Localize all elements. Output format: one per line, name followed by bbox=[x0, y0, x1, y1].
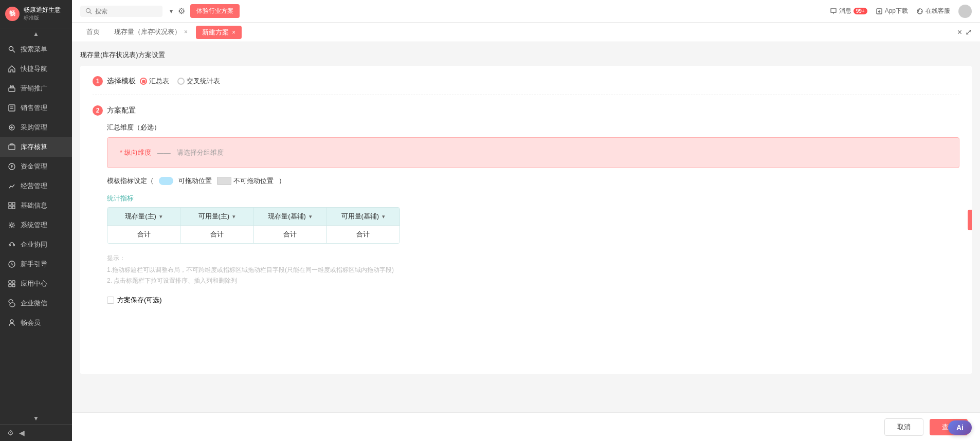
topbar: ▾ ⚙ 体验行业方案 消息 99+ App下载 在线客服 bbox=[72, 0, 980, 23]
panel-expand-btn[interactable]: ⤢ bbox=[965, 27, 972, 37]
logo-icon: 畅 bbox=[5, 7, 20, 21]
sidebar-settings-btn[interactable]: ⚙ bbox=[7, 429, 14, 437]
sidebar-item-operations[interactable]: 经营管理 bbox=[0, 176, 72, 196]
topbar-settings-btn[interactable]: ⚙ bbox=[178, 6, 185, 16]
sidebar-item-inventory[interactable]: 库存核算 bbox=[0, 137, 72, 157]
sidebar-scroll-down[interactable]: ▼ bbox=[0, 413, 72, 424]
save-checkbox[interactable] bbox=[107, 297, 114, 304]
sales-icon bbox=[7, 103, 16, 113]
svg-point-28 bbox=[921, 11, 922, 12]
svg-rect-11 bbox=[12, 203, 15, 205]
movable-label: 可拖动位置 bbox=[178, 176, 212, 186]
sidebar-item-marketing[interactable]: 营销推广 bbox=[0, 79, 72, 98]
sidebar-item-finance[interactable]: 资金管理 bbox=[0, 157, 72, 176]
online-service-label: 在线客服 bbox=[925, 7, 950, 15]
tips-item-1: 2. 点击标题栏下拉可设置排序、插入列和删除列 bbox=[107, 277, 959, 285]
stats-col-1-arrow[interactable]: ▾ bbox=[232, 213, 235, 220]
tab-new-plan-close[interactable]: × bbox=[232, 29, 235, 36]
sidebar-item-newbie-label: 新手引导 bbox=[21, 260, 47, 269]
sidebar-item-newbie[interactable]: 新手引导 bbox=[0, 254, 72, 274]
indicator-text-prefix: 模板指标设定（ bbox=[107, 176, 154, 186]
online-service-btn[interactable]: 在线客服 bbox=[916, 7, 950, 15]
tips-item-0: 1.拖动标题栏可以调整布局，不可跨维度或指标区域拖动栏目字段(只能在同一维度或指… bbox=[107, 266, 959, 274]
radio-cross-circle bbox=[177, 78, 185, 85]
radio-cross[interactable]: 交叉统计表 bbox=[177, 77, 220, 86]
ai-badge[interactable]: Ai bbox=[948, 420, 972, 435]
svg-point-15 bbox=[9, 244, 11, 246]
stats-table: 现存量(主) ▾ 可用量(主) ▾ 现存量(基辅) ▾ bbox=[107, 207, 400, 244]
svg-point-22 bbox=[10, 320, 13, 323]
tab-new-plan-label: 新建方案 bbox=[202, 28, 229, 37]
sidebar-item-basic[interactable]: 基础信息 bbox=[0, 196, 72, 215]
stats-row-0: 合计 合计 合计 合计 bbox=[107, 225, 400, 243]
sidebar-item-member[interactable]: 畅会员 bbox=[0, 313, 72, 333]
message-btn[interactable]: 消息 99+ bbox=[830, 7, 867, 15]
sidebar-item-contract[interactable]: 企业协同 bbox=[0, 235, 72, 254]
system-icon bbox=[7, 220, 16, 230]
sidebar-item-wechat-label: 企业微信 bbox=[21, 299, 47, 308]
tab-inventory-close[interactable]: × bbox=[184, 28, 188, 35]
stats-title: 统计指标 bbox=[107, 194, 959, 203]
sidebar: 畅 畅康通好生意 标准版 ▲ 搜索菜单 快捷导航 营销推广 bbox=[0, 0, 72, 441]
search-input[interactable] bbox=[95, 8, 147, 15]
movable-chip bbox=[159, 177, 173, 185]
dimension-separator: —— bbox=[157, 149, 171, 157]
operations-icon bbox=[7, 181, 16, 191]
sidebar-item-purchase-label: 采购管理 bbox=[21, 123, 47, 132]
section2-label: 方案配置 bbox=[107, 106, 136, 115]
panel-close-btn[interactable]: × bbox=[957, 27, 962, 37]
svg-point-27 bbox=[918, 11, 919, 12]
dimension-placeholder[interactable]: 请选择分组维度 bbox=[177, 148, 224, 157]
search-box bbox=[80, 6, 162, 17]
stats-col-0-label: 现存量(主) bbox=[125, 212, 156, 221]
dimension-label: 汇总维度（必选） bbox=[107, 123, 959, 132]
message-badge: 99+ bbox=[854, 8, 867, 14]
stats-col-3: 可用量(基辅) ▾ bbox=[327, 208, 400, 225]
stats-col-2-arrow[interactable]: ▾ bbox=[309, 213, 312, 220]
stats-cell-0-0: 合计 bbox=[107, 225, 180, 243]
tab-new-plan[interactable]: 新建方案 × bbox=[196, 26, 242, 39]
stats-col-2: 现存量(基辅) ▾ bbox=[254, 208, 327, 225]
radio-summary[interactable]: 汇总表 bbox=[140, 77, 169, 86]
sidebar-item-search[interactable]: 搜索菜单 bbox=[0, 40, 72, 59]
sidebar-item-quicknav[interactable]: 快捷导航 bbox=[0, 59, 72, 79]
sidebar-item-wechat[interactable]: 企业微信 bbox=[0, 293, 72, 313]
sidebar-item-finance-label: 资金管理 bbox=[21, 162, 47, 171]
gift-icon bbox=[7, 84, 16, 93]
section1-num: 1 bbox=[93, 76, 103, 86]
sidebar-nav: 搜索菜单 快捷导航 营销推广 销售管理 采购管理 bbox=[0, 40, 72, 413]
svg-point-0 bbox=[9, 46, 13, 50]
stats-col-0-arrow[interactable]: ▾ bbox=[159, 213, 162, 220]
radio-summary-circle bbox=[140, 78, 147, 85]
sidebar-item-system-label: 系统管理 bbox=[21, 220, 47, 230]
svg-rect-21 bbox=[12, 284, 15, 287]
app-download-btn[interactable]: App下载 bbox=[876, 7, 908, 15]
svg-point-16 bbox=[13, 244, 15, 246]
tab-inventory[interactable]: 现存量（库存状况表） × bbox=[108, 24, 194, 41]
sidebar-item-purchase[interactable]: 采购管理 bbox=[0, 118, 72, 137]
svg-line-1 bbox=[13, 50, 15, 52]
right-edge-indicator[interactable] bbox=[968, 210, 972, 230]
sidebar-item-app-label: 应用中心 bbox=[21, 279, 47, 288]
sidebar-item-sales[interactable]: 销售管理 bbox=[0, 98, 72, 118]
main-content: ▾ ⚙ 体验行业方案 消息 99+ App下载 在线客服 首页 现存量（库 bbox=[72, 0, 980, 441]
stats-col-3-arrow[interactable]: ▾ bbox=[382, 213, 385, 220]
topbar-dropdown[interactable]: ▾ bbox=[170, 8, 173, 15]
app-download-label: App下载 bbox=[885, 7, 908, 15]
sidebar-item-system[interactable]: 系统管理 bbox=[0, 215, 72, 235]
user-avatar[interactable] bbox=[958, 5, 972, 18]
sidebar-scroll-up[interactable]: ▲ bbox=[0, 28, 72, 40]
industry-btn[interactable]: 体验行业方案 bbox=[190, 4, 240, 18]
sidebar-collapse-btn[interactable]: ◀ bbox=[19, 429, 25, 437]
settings-panel: 1 选择模板 汇总表 交叉统计表 bbox=[80, 66, 972, 374]
cancel-button[interactable]: 取消 bbox=[884, 418, 923, 436]
svg-rect-10 bbox=[9, 203, 11, 205]
tips-title: 提示： bbox=[107, 254, 959, 263]
save-row: 方案保存(可选) bbox=[107, 296, 959, 305]
sidebar-item-app[interactable]: 应用中心 bbox=[0, 274, 72, 293]
section2-content: 汇总维度（必选） * 纵向维度 —— 请选择分组维度 模板指标设定（ 可拖动 bbox=[93, 123, 959, 305]
page-header: 现存量(库存状况表)方案设置 bbox=[80, 50, 972, 60]
svg-point-14 bbox=[11, 224, 13, 226]
newbie-icon bbox=[7, 260, 16, 269]
tab-home[interactable]: 首页 bbox=[80, 24, 106, 41]
